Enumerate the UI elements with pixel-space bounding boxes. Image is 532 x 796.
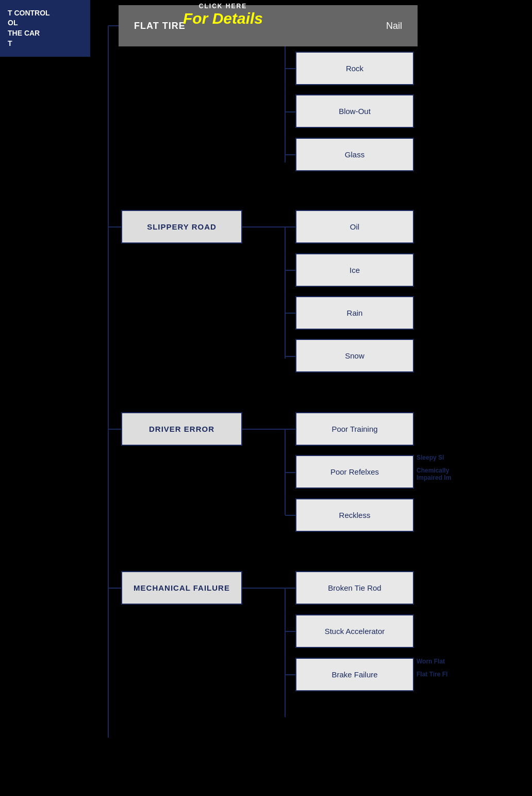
header-nail-label: Nail xyxy=(386,21,402,31)
click-here-overlay[interactable]: CLICK HERE For Details xyxy=(183,3,263,27)
node-mechanical-failure[interactable]: MECHANICAL FAILURE xyxy=(121,571,242,605)
node-poor-training[interactable]: Poor Training xyxy=(295,412,414,446)
sidebar-text-line3: THE CAR xyxy=(8,28,82,39)
click-here-big-text: For Details xyxy=(183,10,263,27)
overflow-chemically-impaired: ChemicallyImpaired Im xyxy=(417,467,451,481)
header-bar[interactable]: FLAT TIRE Nail xyxy=(119,5,418,46)
node-glass[interactable]: Glass xyxy=(295,138,414,171)
sidebar-text-line4: T xyxy=(8,39,82,49)
overflow-flat-tire-extra: Flat Tire Fl xyxy=(417,671,447,678)
node-brake-failure[interactable]: Brake Failure xyxy=(295,658,414,691)
sidebar: T CONTROL OL THE CAR T xyxy=(0,0,90,57)
node-broken-tie-rod[interactable]: Broken Tie Rod xyxy=(295,571,414,605)
sidebar-text-line2: OL xyxy=(8,18,82,28)
node-slippery-road[interactable]: SLIPPERY ROAD xyxy=(121,210,242,243)
node-blowout[interactable]: Blow-Out xyxy=(295,94,414,128)
header-flat-tire-label: FLAT TIRE xyxy=(134,21,186,31)
node-driver-error[interactable]: DRIVER ERROR xyxy=(121,412,242,446)
node-stuck-accelerator[interactable]: Stuck Accelerator xyxy=(295,614,414,648)
node-oil[interactable]: Oil xyxy=(295,210,414,243)
click-here-small-text: CLICK HERE xyxy=(183,3,263,10)
node-rock[interactable]: Rock xyxy=(295,52,414,85)
node-ice[interactable]: Ice xyxy=(295,253,414,287)
node-poor-reflexes[interactable]: Poor Refelxes xyxy=(295,455,414,489)
overflow-worn-flat: Worn Flat xyxy=(417,658,445,665)
node-snow[interactable]: Snow xyxy=(295,339,414,372)
overflow-sleepy: Sleepy Sl xyxy=(417,454,444,461)
node-reckless[interactable]: Reckless xyxy=(295,498,414,532)
diagram-container: T CONTROL OL THE CAR T FLAT TIRE Nail CL… xyxy=(0,0,532,796)
sidebar-text-line1: T CONTROL xyxy=(8,8,82,19)
tree-lines-svg xyxy=(0,0,532,796)
node-rain[interactable]: Rain xyxy=(295,296,414,330)
